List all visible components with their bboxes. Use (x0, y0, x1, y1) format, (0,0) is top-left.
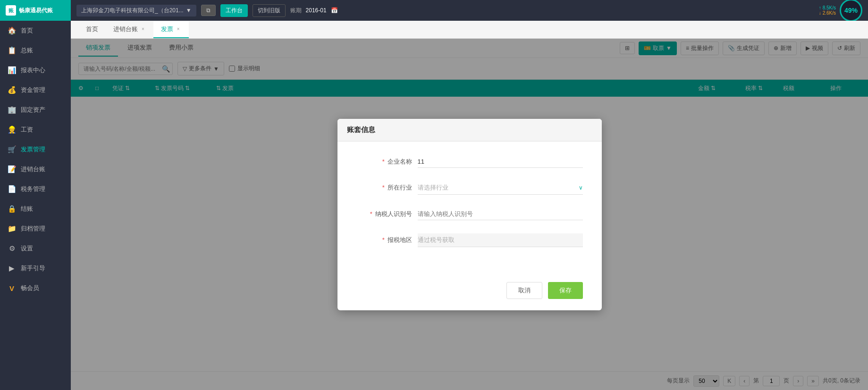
sidebar-item-label: 设置 (21, 244, 33, 253)
company-name-input[interactable] (418, 156, 583, 168)
tab-invoice-label: 发票 (161, 25, 173, 33)
logo-text: 畅康通易代账 (19, 7, 53, 15)
form-row-tax-id: * 纳税人识别号 (356, 208, 583, 220)
speed-up: ↑ 8.5K/s (819, 5, 836, 10)
logo-icon: 账 (6, 5, 16, 16)
sidebar-item-label: 归档管理 (21, 224, 45, 233)
required-star: * (382, 184, 385, 191)
period-label: 账期 (290, 7, 302, 15)
tab-invoice-close[interactable]: × (176, 26, 181, 32)
sidebar-item-label: 结账 (21, 205, 33, 213)
content-area: 销项发票 进项发票 费用小票 ⊞ 🎫 取票 (71, 39, 868, 390)
speed-down: ↓ 2.6K/s (819, 10, 836, 16)
salary-icon: 👷 (8, 125, 16, 134)
sidebar-item-close[interactable]: 🔒 结账 (0, 199, 71, 219)
sidebar-item-invoice[interactable]: 🛒 发票管理 (0, 140, 71, 159)
form-row-industry: * 所在行业 请选择行业 ∨ (356, 181, 583, 195)
tab-invoice[interactable]: 发票 × (153, 21, 189, 38)
main-area: 上海卯金刀电子科技有限公司_（台201... ▼ ⧉ 工作台 切到旧版 账期 2… (71, 0, 868, 390)
required-star: * (370, 210, 372, 217)
tab-sales-ledger-label: 进销台账 (113, 25, 138, 33)
sidebar-item-label: 工资 (21, 125, 33, 134)
sidebar-item-label: 进销台账 (21, 165, 45, 174)
tab-home-label: 首页 (86, 25, 98, 33)
invoice-icon: 🛒 (8, 145, 16, 154)
home-icon: 🏠 (8, 26, 16, 35)
app-logo: 账 畅康通易代账 (0, 0, 71, 21)
modal-body: * 企业名称 * 所在行业 请选择行业 ∨ (337, 141, 602, 274)
tax-region-placeholder: 通过税号获取 (418, 236, 455, 243)
guide-icon: ▶ (8, 264, 16, 273)
tax-region-display: 通过税号获取 (418, 233, 583, 247)
ledger-icon: 📋 (8, 46, 16, 55)
sidebar-item-finance[interactable]: 💰 资金管理 (0, 80, 71, 100)
speed-stats: ↑ 8.5K/s ↓ 2.6K/s (819, 5, 836, 16)
tax-icon: 📄 (8, 185, 16, 193)
sidebar-item-settings[interactable]: ⚙ 设置 (0, 239, 71, 258)
sidebar-item-archive[interactable]: 📁 归档管理 (0, 219, 71, 239)
cancel-button[interactable]: 取消 (506, 282, 542, 299)
workdesk-button[interactable]: 工作台 (220, 4, 248, 17)
sidebar-item-tax[interactable]: 📄 税务管理 (0, 179, 71, 199)
tab-sales-ledger-close[interactable]: × (140, 26, 146, 32)
tab-home[interactable]: 首页 (78, 21, 106, 38)
form-row-company: * 企业名称 (356, 156, 583, 168)
sidebar-item-reports[interactable]: 📊 报表中心 (0, 60, 71, 80)
modal-header: 账套信息 (337, 119, 602, 141)
sidebar-item-sales-ledger[interactable]: 📝 进销台账 (0, 159, 71, 179)
industry-label: * 所在行业 (356, 183, 418, 192)
tax-region-label: * 报税地区 (356, 236, 418, 244)
sidebar-item-home[interactable]: 🏠 首页 (0, 21, 71, 41)
modal-overlay[interactable]: 账套信息 * 企业名称 * 所在行业 (71, 39, 868, 390)
chevron-down-icon: ▼ (186, 7, 192, 14)
form-row-tax-region: * 报税地区 通过税号获取 (356, 233, 583, 247)
page-tabs: 首页 进销台账 × 发票 × (71, 21, 868, 39)
sidebar-item-label: 税务管理 (21, 185, 45, 193)
topbar: 上海卯金刀电子科技有限公司_（台201... ▼ ⧉ 工作台 切到旧版 账期 2… (71, 0, 868, 21)
modal: 账套信息 * 企业名称 * 所在行业 (337, 119, 602, 310)
speed-pct: 49% (844, 7, 858, 14)
modal-footer: 取消 保存 (337, 274, 602, 310)
topbar-right: ↑ 8.5K/s ↓ 2.6K/s 49% (819, 0, 862, 22)
sidebar-item-label: 资金管理 (21, 86, 45, 94)
company-selector[interactable]: 上海卯金刀电子科技有限公司_（台201... ▼ (76, 5, 196, 17)
save-button[interactable]: 保存 (548, 282, 583, 299)
sidebar-item-label: 首页 (21, 26, 33, 35)
industry-select[interactable]: 请选择行业 ∨ (418, 181, 583, 195)
period-display: 账期 2016-01 📅 (290, 7, 338, 15)
industry-placeholder: 请选择行业 (418, 183, 579, 192)
reports-icon: 📊 (8, 66, 16, 75)
sidebar-item-member[interactable]: V 畅会员 (0, 278, 71, 298)
sidebar-item-label: 发票管理 (21, 145, 45, 154)
settings-icon: ⚙ (8, 244, 16, 253)
finance-icon: 💰 (8, 86, 16, 94)
sidebar-item-label: 新手引导 (21, 264, 45, 273)
calendar-icon[interactable]: 📅 (331, 7, 338, 14)
company-name: 上海卯金刀电子科技有限公司_（台201... (81, 7, 184, 15)
required-star: * (382, 236, 385, 243)
sidebar-item-label: 总账 (21, 46, 33, 55)
sidebar-item-salary[interactable]: 👷 工资 (0, 120, 71, 140)
required-star: * (382, 158, 385, 165)
sidebar-item-guide[interactable]: ▶ 新手引导 (0, 258, 71, 278)
copy-btn[interactable]: ⧉ (201, 5, 216, 16)
close-books-icon: 🔒 (8, 205, 16, 213)
sales-icon: 📝 (8, 165, 16, 174)
member-icon: V (8, 284, 16, 292)
assets-icon: 🏢 (8, 106, 16, 114)
sidebar-item-label: 固定资产 (21, 106, 45, 114)
speed-indicator: 49% (840, 0, 862, 22)
company-name-label: * 企业名称 (356, 158, 418, 166)
sidebar: 账 畅康通易代账 🏠 首页 📋 总账 📊 报表中心 💰 资金管理 🏢 固定资产 … (0, 0, 71, 390)
sidebar-item-ledger[interactable]: 📋 总账 (0, 41, 71, 60)
modal-title: 账套信息 (347, 125, 375, 133)
period-value: 2016-01 (306, 7, 327, 14)
sidebar-item-label: 畅会员 (21, 284, 39, 292)
archive-icon: 📁 (8, 224, 16, 233)
switch-old-button[interactable]: 切到旧版 (253, 4, 286, 17)
tax-id-input[interactable] (418, 208, 583, 220)
tab-sales-ledger[interactable]: 进销台账 × (106, 21, 153, 38)
tax-id-label: * 纳税人识别号 (356, 210, 418, 218)
sidebar-item-assets[interactable]: 🏢 固定资产 (0, 100, 71, 120)
sidebar-item-label: 报表中心 (21, 66, 45, 75)
